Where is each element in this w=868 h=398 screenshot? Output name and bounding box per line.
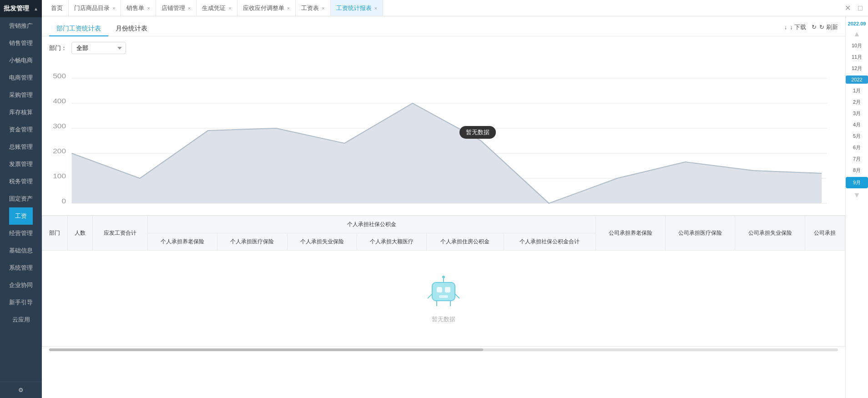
scrollbar-thumb[interactable]: [49, 348, 483, 351]
tab-close-mendianshanpinmulu[interactable]: ×: [112, 5, 115, 11]
sidebar-item-kucun[interactable]: 库存核算: [9, 104, 33, 121]
col-dept: 部门: [42, 216, 68, 251]
sidebar-item-xiaodiandianshang[interactable]: 小畅电商: [9, 52, 33, 69]
sidebar-item-yun[interactable]: 云应用: [9, 311, 33, 328]
sidebar-item-xitong[interactable]: 系统管理: [9, 259, 33, 277]
sidebar-title: 批发管理: [4, 5, 29, 13]
refresh-icon: ↻: [812, 24, 817, 30]
sidebar-item-zijin[interactable]: 资金管理: [9, 121, 33, 138]
sidebar-item-qiye[interactable]: 企业协同: [9, 277, 33, 294]
timeline-month-9[interactable]: 9月: [846, 177, 868, 188]
sidebar-header[interactable]: 批发管理 ▲: [0, 0, 42, 17]
timeline-month-4[interactable]: 4月: [846, 119, 868, 131]
content-area: 部门工资统计表 月份统计表 ↓ ↓ 下载 ↻ ↻ 刷新 部门：: [42, 16, 868, 398]
close-all-tabs-button[interactable]: ✕: [843, 2, 853, 14]
sidebar-item-gongzi[interactable]: 工资: [9, 207, 33, 225]
tab-close-gongzibiao[interactable]: ×: [322, 5, 324, 11]
tab-close-xiaoshoudanList[interactable]: ×: [147, 5, 150, 11]
svg-rect-15: [445, 287, 450, 292]
tab-gongziStatReport[interactable]: 工资统计报表×: [331, 0, 383, 16]
tab-label-mendianGuanliList: 店铺管理: [161, 4, 185, 12]
download-button[interactable]: ↓ ↓ 下载: [784, 23, 807, 31]
timeline-month-10[interactable]: 10月: [846, 40, 868, 51]
timeline-month-7[interactable]: 7月: [846, 153, 868, 165]
timeline-month-6[interactable]: 6月: [846, 142, 868, 153]
svg-text:100: 100: [53, 173, 66, 180]
timeline-nav-up[interactable]: ▲: [852, 28, 863, 40]
timeline-month-11[interactable]: 11月: [846, 51, 868, 63]
sidebar-item-guding[interactable]: 固定资产: [9, 190, 33, 207]
svg-text:400: 400: [53, 98, 66, 105]
col-total-wage: 应发工资合计: [93, 216, 148, 251]
empty-state-container: 暂无数据: [46, 255, 841, 342]
sub-tabs-left: 部门工资统计表 月份统计表: [49, 22, 155, 36]
timeline-month-8[interactable]: 8月: [846, 165, 868, 176]
tab-mendianGuanliList[interactable]: 店铺管理×: [156, 0, 197, 16]
restore-window-button[interactable]: □: [856, 2, 864, 14]
tab-close-gongziStatReport[interactable]: ×: [374, 5, 377, 11]
dept-filter-select[interactable]: 全部 销售部 采购部 财务部 行政部: [71, 42, 126, 54]
sidebar-item-jichu[interactable]: 基础信息: [9, 242, 33, 259]
sidebar-item-xinshou[interactable]: 新手引导: [9, 294, 33, 311]
timeline-nav-down[interactable]: ▼: [852, 189, 863, 201]
svg-text:300: 300: [53, 123, 66, 130]
chart-container: 0 100 200 300 400 500: [49, 67, 838, 208]
tab-close-mendianGuanliList[interactable]: ×: [188, 5, 191, 11]
sidebar-item-yingxiao[interactable]: 营销推广: [9, 17, 33, 35]
sidebar: 批发管理 ▲ 营销推广销售管理小畅电商电商管理采购管理库存核算资金管理总账管理发…: [0, 0, 42, 398]
horizontal-scrollbar[interactable]: [49, 348, 838, 351]
tab-mendianshanpinmulu[interactable]: 门店商品目录×: [69, 0, 121, 16]
sidebar-footer-settings[interactable]: ⚙: [0, 382, 42, 398]
download-icon: ↓: [784, 24, 787, 30]
timeline-month-3[interactable]: 3月: [846, 108, 868, 119]
filter-bar: 部门： 全部 销售部 采购部 财务部 行政部: [42, 36, 845, 60]
refresh-button[interactable]: ↻ ↻ 刷新: [812, 23, 838, 31]
tab-bar: 首页门店商品目录×销售单×店铺管理×生成凭证×应收应付调整单×工资表×工资统计报…: [42, 0, 868, 16]
sidebar-item-xiaoshou[interactable]: 销售管理: [9, 35, 33, 52]
table-wrapper: 部门 人数 应发工资合计 个人承担社保公积金 公司承担养老保险 公司承担医疗保险…: [42, 215, 845, 347]
sidebar-item-dianshang[interactable]: 电商管理: [9, 69, 33, 86]
sub-tabs-right: ↓ ↓ 下载 ↻ ↻ 刷新: [784, 23, 838, 35]
tab-shengchengPingzheng[interactable]: 生成凭证×: [197, 0, 237, 16]
sidebar-item-shuiwu[interactable]: 税务管理: [9, 173, 33, 190]
chart-svg: 0 100 200 300 400 500: [49, 67, 838, 208]
svg-text:0: 0: [62, 198, 66, 205]
tab-label-shengchengPingzheng: 生成凭证: [202, 4, 226, 12]
sidebar-item-caigou[interactable]: 采购管理: [9, 86, 33, 104]
timeline-month-12[interactable]: 12月: [846, 63, 868, 74]
svg-rect-14: [437, 287, 442, 292]
col-company-unemployment: 公司承担失业保险: [735, 216, 805, 251]
table-empty-state: 暂无数据: [42, 251, 845, 347]
dept-filter-label: 部门：: [49, 44, 67, 52]
svg-point-18: [442, 276, 445, 278]
svg-line-19: [428, 294, 432, 298]
timeline-year-2022[interactable]: 2022: [846, 76, 868, 84]
tab-yingshouFuList[interactable]: 应收应付调整单×: [237, 0, 296, 16]
timeline-month-2[interactable]: 2月: [846, 96, 868, 108]
tab-label-xiaoshoudanList: 销售单: [126, 4, 144, 12]
tab-bar-actions: ✕ □: [843, 2, 864, 14]
col-personal-major-medical: 个人承担大额医疗: [357, 233, 426, 251]
data-table: 部门 人数 应发工资合计 个人承担社保公积金 公司承担养老保险 公司承担医疗保险…: [42, 216, 845, 347]
col-personal-total: 个人承担社保公积金合计: [504, 233, 595, 251]
tab-close-shengchengPingzheng[interactable]: ×: [228, 5, 231, 11]
sidebar-item-zhangzhang[interactable]: 总账管理: [9, 138, 33, 156]
tab-home[interactable]: 首页: [45, 0, 69, 16]
page-content: 部门工资统计表 月份统计表 ↓ ↓ 下载 ↻ ↻ 刷新 部门：: [42, 16, 845, 398]
timeline-month-5[interactable]: 5月: [846, 131, 868, 142]
svg-text:500: 500: [53, 73, 66, 80]
tab-dept-stats[interactable]: 部门工资统计表: [49, 22, 108, 36]
timeline-month-1[interactable]: 1月: [846, 85, 868, 96]
col-personal-housing-fund: 个人承担住房公积金: [427, 233, 504, 251]
sidebar-collapse-icon: ▲: [34, 6, 38, 11]
tab-gongzibiao[interactable]: 工资表×: [296, 0, 330, 16]
col-personal-medical: 个人承担医疗保险: [217, 233, 287, 251]
main-container: 首页门店商品目录×销售单×店铺管理×生成凭证×应收应付调整单×工资表×工资统计报…: [42, 0, 868, 398]
tab-close-yingshouFuList[interactable]: ×: [287, 5, 290, 11]
svg-rect-16: [439, 295, 448, 298]
tab-month-stats[interactable]: 月份统计表: [108, 22, 155, 36]
sub-tabs: 部门工资统计表 月份统计表 ↓ ↓ 下载 ↻ ↻ 刷新: [42, 16, 845, 36]
sidebar-item-fapiao[interactable]: 发票管理: [9, 156, 33, 173]
tab-xiaoshoudanList[interactable]: 销售单×: [121, 0, 156, 16]
sidebar-item-jingying[interactable]: 经营管理: [9, 225, 33, 242]
